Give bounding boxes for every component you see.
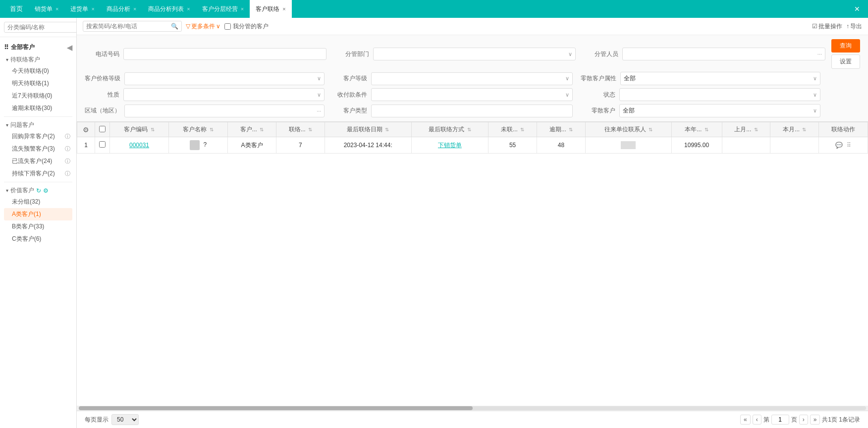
- table-gear-icon[interactable]: ⚙: [83, 126, 89, 134]
- per-page-select[interactable]: 50 100 200: [111, 414, 139, 425]
- payment-select[interactable]: ∨: [371, 88, 572, 101]
- close-contact-tab[interactable]: ×: [282, 6, 285, 12]
- page-label: 第: [763, 416, 769, 424]
- nature-select[interactable]: ∨: [123, 88, 325, 101]
- retail-cust-select[interactable]: 全部 ∨: [619, 104, 820, 117]
- cust-level-select[interactable]: ∨: [371, 72, 572, 85]
- sidebar-item-repurchase[interactable]: 回购异常客户(2) ⓘ: [4, 130, 72, 143]
- col-gear[interactable]: ⚙: [77, 122, 95, 137]
- value-refresh-icon[interactable]: ↻: [36, 187, 41, 194]
- col-checkbox[interactable]: [95, 122, 110, 137]
- col-tmonth-sort-icon[interactable]: ⇅: [802, 127, 806, 132]
- sidebar-item-overdue[interactable]: 逾期未联络(30): [4, 102, 72, 114]
- phone-input[interactable]: [123, 48, 326, 60]
- last-page-btn[interactable]: »: [810, 415, 820, 425]
- status-select[interactable]: ∨: [619, 88, 820, 101]
- col-date-sort-icon[interactable]: ⇅: [385, 127, 389, 132]
- col-uncontacted-sort-icon[interactable]: ⇅: [520, 127, 524, 132]
- col-name-sort-icon[interactable]: ⇅: [210, 127, 214, 132]
- sidebar-item-tomorrow[interactable]: 明天待联络(1): [4, 77, 72, 90]
- close-all-btn[interactable]: ✕: [854, 5, 864, 13]
- close-segmentation-tab[interactable]: ×: [241, 6, 244, 12]
- overdue-label: 逾期未联络(30): [12, 104, 52, 112]
- sidebar-collapse-btn[interactable]: ◀: [67, 44, 72, 52]
- export-btn[interactable]: ↑ 导出: [846, 22, 862, 31]
- nav-tab-sales[interactable]: 销货单 ×: [29, 0, 64, 18]
- row-checkbox[interactable]: [95, 137, 110, 154]
- col-lmonth-sort-icon[interactable]: ⇅: [754, 127, 758, 132]
- sidebar-item-ungroup[interactable]: 未分组(32): [4, 196, 72, 208]
- sidebar-item-declining[interactable]: 持续下滑客户(2) ⓘ: [4, 167, 72, 180]
- row-name[interactable]: ?: [169, 137, 228, 154]
- sidebar-item-a-class[interactable]: A类客户(1): [4, 208, 72, 220]
- a-class-label: A类客户(1): [12, 210, 41, 218]
- page-input[interactable]: [771, 415, 789, 425]
- sidebar-section: ⠿ 全部客户 ◀ ▾ 待联络客户 今天待联络(0) 明天待联络(1) 近7天待联…: [0, 37, 76, 248]
- col-last-month: 上月... ⇅: [722, 122, 770, 137]
- dept-select[interactable]: ∨: [373, 48, 576, 60]
- dept-field: 分管部门 ∨: [334, 48, 576, 60]
- payment-arrow-icon: ∨: [565, 92, 569, 98]
- nav-tab-segmentation[interactable]: 客户分层经营 ×: [196, 0, 250, 18]
- manager-more-icon: ···: [817, 51, 822, 57]
- prev-page-btn[interactable]: ‹: [753, 415, 761, 425]
- price-level-select[interactable]: ∨: [124, 72, 325, 85]
- retail-prop-select[interactable]: 全部 ∨: [620, 72, 820, 85]
- sidebar-group-problem[interactable]: ▾ 问题客户: [4, 119, 72, 130]
- row-last-method[interactable]: 下销货单: [411, 137, 488, 154]
- col-year-sort-icon[interactable]: ⇅: [705, 127, 708, 132]
- first-page-btn[interactable]: «: [740, 415, 751, 425]
- select-all-checkbox[interactable]: [99, 126, 106, 132]
- horizontal-scrollbar[interactable]: [77, 406, 868, 411]
- settings-button[interactable]: 设置: [831, 54, 860, 69]
- region-field: 区域（地区） ···: [85, 105, 325, 117]
- col-person-sort-icon[interactable]: ⇅: [649, 127, 652, 132]
- col-method-sort-icon[interactable]: ⇅: [467, 127, 471, 132]
- main-search-icon[interactable]: 🔍: [171, 23, 178, 30]
- sidebar-group-pending[interactable]: ▾ 待联络客户: [4, 54, 72, 65]
- scrollbar-thumb[interactable]: [79, 406, 473, 410]
- last-method-link[interactable]: 下销货单: [438, 142, 462, 149]
- next-page-btn[interactable]: ›: [799, 415, 808, 425]
- manager-select[interactable]: ···: [622, 48, 825, 60]
- scrollbar-track[interactable]: [79, 406, 866, 410]
- sidebar-item-churning[interactable]: 流失预警客户(3) ⓘ: [4, 143, 72, 155]
- sidebar-item-today[interactable]: 今天待联络(0): [4, 65, 72, 77]
- col-contact-sort-icon[interactable]: ⇅: [308, 127, 312, 132]
- retail-prop-value: 全部: [624, 74, 636, 83]
- sidebar-item-7days[interactable]: 近7天待联络(0): [4, 90, 72, 102]
- retail-prop-arrow-icon: ∨: [813, 75, 817, 82]
- row-select-checkbox[interactable]: [99, 141, 106, 148]
- close-analysis-tab[interactable]: ×: [133, 6, 136, 12]
- col-code-sort-icon[interactable]: ⇅: [151, 127, 155, 132]
- col-overdue-sort-icon[interactable]: ⇅: [569, 127, 573, 132]
- cust-type-select[interactable]: [371, 105, 572, 117]
- col-level-sort-icon[interactable]: ⇅: [260, 127, 264, 132]
- row-code[interactable]: 000031: [110, 137, 169, 154]
- my-customers-checkbox[interactable]: [224, 23, 231, 30]
- value-settings-icon[interactable]: ⚙: [43, 187, 49, 194]
- nav-tab-purchase[interactable]: 进货单 ×: [64, 0, 100, 18]
- nav-tab-analysis[interactable]: 商品分析 ×: [101, 0, 142, 18]
- more-action-icon[interactable]: ⠿: [847, 142, 851, 149]
- sidebar-item-churned[interactable]: 已流失客户(24) ⓘ: [4, 155, 72, 167]
- batch-ops-btn[interactable]: ☑ 批量操作: [812, 22, 842, 31]
- query-button[interactable]: 查询: [831, 39, 860, 53]
- main-search-input[interactable]: [86, 23, 171, 30]
- sidebar-group-value[interactable]: ▾ 价值客户 ↻ ⚙: [4, 184, 72, 196]
- sidebar-item-b-class[interactable]: B类客户(33): [4, 220, 72, 233]
- close-sales-tab[interactable]: ×: [55, 6, 58, 12]
- col-last-method: 最后联络方式 ⇅: [411, 122, 488, 137]
- nav-home[interactable]: 首页: [4, 4, 29, 13]
- message-action-icon[interactable]: 💬: [835, 142, 843, 149]
- all-customers-header[interactable]: ⠿ 全部客户 ◀: [4, 40, 72, 54]
- nav-tab-contact[interactable]: 客户联络 ×: [250, 0, 291, 18]
- nav-tab-analysis-list[interactable]: 商品分析列表 ×: [142, 0, 196, 18]
- sidebar-item-c-class[interactable]: C类客户(6): [4, 233, 72, 245]
- close-analysis-list-tab[interactable]: ×: [187, 6, 190, 12]
- more-conditions-btn[interactable]: ▽ 更多条件 ∨: [186, 22, 220, 31]
- sidebar-search-input[interactable]: [4, 22, 77, 33]
- today-label: 今天待联络(0): [12, 67, 49, 75]
- close-purchase-tab[interactable]: ×: [91, 6, 94, 12]
- region-select[interactable]: ···: [124, 105, 325, 117]
